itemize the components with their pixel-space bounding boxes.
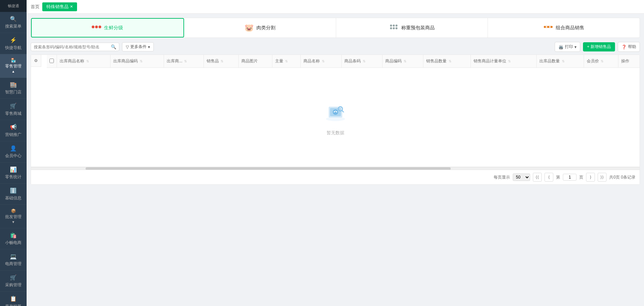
- active-tab[interactable]: 特殊销售品 ✕: [42, 2, 77, 11]
- sidebar: 畅捷通 🔍 搜索菜单 ⚡ 快捷导航 🏪 零售管理 ▲ 🏬 智慧门店 🛒 零售商城…: [0, 0, 27, 306]
- svg-point-16: [333, 109, 338, 115]
- active-tab-label: 特殊销售品: [46, 4, 69, 10]
- inventory-icon: 📋: [10, 295, 17, 303]
- sidebar-item-quick-nav[interactable]: ⚡ 快捷导航: [0, 33, 27, 54]
- home-link[interactable]: 首页: [31, 4, 40, 10]
- col-out-qty[interactable]: 出库品数量 ⇅: [537, 55, 584, 68]
- sidebar-item-marketing[interactable]: 📢 营销推广: [0, 120, 27, 141]
- svg-point-6: [390, 27, 392, 29]
- print-icon: 🖨️: [558, 45, 564, 49]
- sidebar-item-label: 智慧门店: [5, 89, 21, 95]
- toolbar-row: 🔍 ▽ 更多条件 ▾ 🖨️ 打印 ▾ + 新增销售品 ❓: [31, 42, 640, 52]
- col-weight[interactable]: 主量 ⇅: [272, 55, 301, 68]
- per-page-label: 每页显示: [494, 174, 510, 180]
- sort-icon: ⇅: [562, 59, 565, 63]
- svg-point-7: [393, 27, 395, 29]
- sidebar-item-purchase-mgmt[interactable]: 🛒 采购管理: [0, 271, 27, 292]
- col-sale-product[interactable]: 销售品 ⇅: [204, 55, 238, 68]
- sidebar-item-retail-mall[interactable]: 🛒 零售商城: [0, 99, 27, 120]
- sort-icon: ⇅: [285, 59, 288, 63]
- svg-point-3: [390, 25, 392, 27]
- toolbar-right: 🖨️ 打印 ▾ + 新增销售品 ❓ 帮助: [555, 42, 640, 52]
- toolbar-left: 🔍 ▽ 更多条件 ▾: [31, 42, 154, 51]
- sidebar-item-label: 库存核算: [5, 304, 21, 306]
- sidebar-item-wholesale-mgmt[interactable]: 📦 批发管理 ▼: [0, 205, 27, 228]
- sidebar-item-mini-ecom[interactable]: 🛍️ 小畅电商: [0, 228, 27, 249]
- search-box: 🔍: [31, 43, 119, 51]
- svg-point-4: [393, 25, 395, 27]
- sidebar-item-search-menu[interactable]: 🔍 搜索菜单: [0, 12, 27, 33]
- next-page-button[interactable]: ⟩: [586, 173, 595, 182]
- search-input[interactable]: [34, 45, 111, 49]
- horizontal-scrollbar[interactable]: [31, 167, 640, 170]
- sidebar-item-ecom-mgmt[interactable]: 💻 电商管理: [0, 249, 27, 271]
- sort-icon: ⇅: [221, 59, 223, 63]
- sort-icon: ⇅: [363, 59, 365, 63]
- col-out-product-spec[interactable]: 出库商... ⇅: [164, 55, 204, 68]
- tab-fresh-grade-label: 生鲜分级: [104, 25, 123, 31]
- per-page-select[interactable]: 50 10 20 100: [513, 173, 530, 181]
- svg-point-8: [395, 27, 398, 29]
- col-out-product-name[interactable]: 出库商品名称 ⇅: [57, 55, 110, 68]
- sidebar-item-label: 零售商城: [5, 111, 21, 117]
- sidebar-item-label: 采购管理: [5, 282, 21, 288]
- tab-fresh-grade[interactable]: 生鲜分级: [31, 18, 184, 37]
- tab-weight-pack[interactable]: 称重预包装商品: [336, 18, 488, 37]
- app-logo: 畅捷通: [0, 0, 27, 12]
- sidebar-item-label: 营销推广: [5, 132, 21, 138]
- col-sale-unit[interactable]: 销售商品计量单位 ⇅: [470, 55, 537, 68]
- svg-point-17: [334, 111, 335, 112]
- col-product-barcode[interactable]: 商品条码 ⇅: [342, 55, 383, 68]
- svg-point-1: [95, 26, 98, 28]
- svg-point-5: [395, 25, 398, 27]
- pagination-bar: 每页显示 50 10 20 100 ⟨⟨ ⟨ 第 页 ⟩ ⟩⟩ 共0页 0条记录: [31, 170, 640, 184]
- sidebar-item-basic-info[interactable]: ℹ️ 基础信息: [0, 184, 27, 205]
- last-page-button[interactable]: ⟩⟩: [598, 173, 606, 182]
- print-dropdown-icon: ▾: [574, 45, 576, 49]
- weight-pack-icon: [389, 24, 399, 32]
- sidebar-item-retail-stats[interactable]: 📊 零售统计: [0, 163, 27, 184]
- retail-mgmt-icon: 🏪: [11, 58, 16, 63]
- sidebar-item-smart-store[interactable]: 🏬 智慧门店: [0, 78, 27, 99]
- sidebar-item-inventory[interactable]: 📋 库存核算: [0, 292, 27, 306]
- retail-stats-icon: 📊: [10, 166, 17, 173]
- empty-text: 暂无数据: [327, 130, 344, 136]
- tab-meat-cut[interactable]: 🐷 肉类分割: [184, 18, 336, 37]
- sort-icon: ⇅: [404, 59, 406, 63]
- sidebar-item-label: 搜索菜单: [5, 24, 21, 29]
- quick-nav-icon: ⚡: [10, 36, 17, 44]
- marketing-icon: 📢: [10, 123, 17, 131]
- print-label: 打印: [565, 44, 573, 50]
- search-icon: 🔍: [111, 44, 116, 49]
- select-all-checkbox[interactable]: [49, 59, 54, 63]
- svg-point-18: [336, 111, 337, 112]
- meat-cut-icon: 🐷: [244, 24, 254, 32]
- sidebar-item-retail-mgmt[interactable]: 🏪 零售管理 ▲: [0, 54, 27, 78]
- smart-store-icon: 🏬: [10, 81, 17, 89]
- col-product-image[interactable]: 商品图片: [238, 55, 272, 68]
- empty-state: 暂无数据: [34, 71, 637, 163]
- category-tabs: 生鲜分级 🐷 肉类分割 称重预包装商品: [31, 18, 640, 38]
- prev-page-button[interactable]: ⟨: [544, 173, 553, 182]
- tab-close-icon[interactable]: ✕: [70, 4, 73, 9]
- help-button[interactable]: ❓ 帮助: [618, 42, 640, 52]
- tab-combo-sales[interactable]: 组合商品销售: [488, 18, 640, 37]
- col-member-price[interactable]: 会员价 ⇅: [584, 55, 618, 68]
- col-product-name[interactable]: 商品名称 ⇅: [301, 55, 342, 68]
- page-number-input[interactable]: [563, 174, 576, 181]
- tab-weight-pack-label: 称重预包装商品: [401, 25, 435, 31]
- add-button[interactable]: + 新增销售品: [583, 42, 615, 51]
- chevron-down-icon: ▼: [12, 220, 15, 225]
- col-checkbox[interactable]: [47, 55, 57, 68]
- col-product-code-num[interactable]: 商品编码 ⇅: [383, 55, 423, 68]
- filter-button[interactable]: ▽ 更多条件 ▾: [122, 42, 154, 51]
- print-button[interactable]: 🖨️ 打印 ▾: [555, 42, 580, 52]
- col-sale-qty[interactable]: 销售品数量 ⇅: [423, 55, 470, 68]
- help-icon: ❓: [621, 45, 627, 49]
- first-page-button[interactable]: ⟨⟨: [533, 173, 542, 182]
- sort-icon: ⇅: [86, 59, 89, 63]
- col-out-product-code[interactable]: 出库商品编码 ⇅: [110, 55, 164, 68]
- sidebar-item-member-center[interactable]: 👤 会员中心: [0, 141, 27, 163]
- col-settings[interactable]: ⚙: [31, 55, 41, 67]
- data-table-wrap: ⚙ 出库商品名称 ⇅ 出库商品编码 ⇅ 出库商... ⇅: [31, 55, 640, 185]
